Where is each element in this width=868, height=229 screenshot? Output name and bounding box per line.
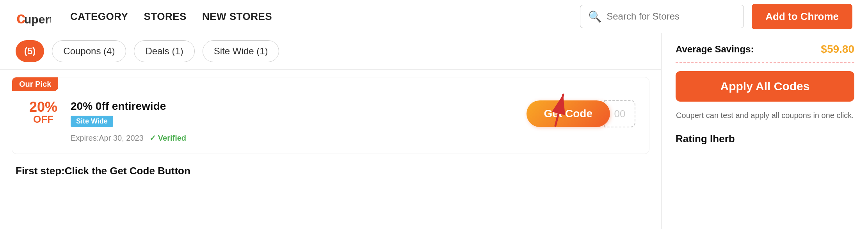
tab-divider [0, 69, 661, 70]
content-area: (5) Coupons (4) Deals (1) Site Wide (1) … [0, 33, 661, 229]
tabs-bar: (5) Coupons (4) Deals (1) Site Wide (1) [0, 33, 661, 69]
add-to-chrome-button[interactable]: Add to Chrome [752, 4, 852, 29]
avg-savings-value: $59.80 [821, 43, 854, 55]
arrow-annotation [540, 87, 575, 131]
average-savings-row: Average Savings: $59.80 [676, 43, 854, 63]
tab-deals[interactable]: Deals (1) [134, 40, 194, 62]
search-box[interactable]: 🔍 [580, 5, 744, 28]
expiry-text: Expires:Apr 30, 2023 [71, 134, 144, 143]
apply-all-codes-button[interactable]: Apply All Codes [676, 71, 854, 102]
sidebar: Average Savings: $59.80 Apply All Codes … [661, 33, 868, 229]
step-text: First step:Click the Get Code Button [16, 165, 646, 177]
verified-label: Verified [158, 134, 186, 143]
search-input[interactable] [607, 11, 736, 22]
verified-badge: ✓ Verified [149, 133, 186, 143]
nav-category[interactable]: CATEGORY [70, 11, 128, 23]
rating-title: Rating Iherb [676, 133, 854, 145]
avg-savings-label: Average Savings: [676, 44, 754, 55]
search-icon: 🔍 [588, 10, 602, 23]
tab-coupons[interactable]: Coupons (4) [52, 40, 126, 62]
coupon-meta: Expires:Apr 30, 2023 ✓ Verified [71, 133, 526, 143]
check-icon: ✓ [149, 133, 156, 143]
tab-site-wide[interactable]: Site Wide (1) [203, 40, 279, 62]
main-container: (5) Coupons (4) Deals (1) Site Wide (1) … [0, 33, 868, 229]
discount-box: 20% OFF [26, 100, 61, 124]
header: c upert CATEGORY STORES NEW STORES 🔍 Add… [0, 0, 868, 33]
discount-off-label: OFF [33, 114, 53, 124]
coupon-card-header: 20% OFF 20% 0ff entirewide Site Wide Exp… [26, 88, 635, 143]
apply-all-desc: Coupert can test and apply all coupons i… [676, 109, 854, 121]
logo[interactable]: c upert [16, 5, 51, 28]
coupon-title: 20% 0ff entirewide [71, 100, 526, 113]
coupon-card: Our Pick 20% OFF 20% 0ff entirewide Site… [12, 77, 649, 154]
site-wide-badge: Site Wide [71, 116, 113, 127]
our-pick-badge: Our Pick [12, 77, 58, 91]
search-area: 🔍 Add to Chrome [580, 4, 852, 29]
svg-text:upert: upert [24, 13, 51, 26]
tab-all[interactable]: (5) [16, 40, 44, 62]
nav-stores[interactable]: STORES [144, 11, 186, 23]
discount-percent: 20% [29, 100, 57, 114]
get-code-area: Get Code 00 [526, 100, 635, 127]
nav-new-stores[interactable]: NEW STORES [202, 11, 272, 23]
coupon-info: 20% 0ff entirewide Site Wide Expires:Apr… [71, 88, 526, 143]
main-nav: CATEGORY STORES NEW STORES [70, 11, 580, 23]
rating-section: Rating Iherb [676, 133, 854, 145]
svg-line-3 [555, 95, 563, 126]
